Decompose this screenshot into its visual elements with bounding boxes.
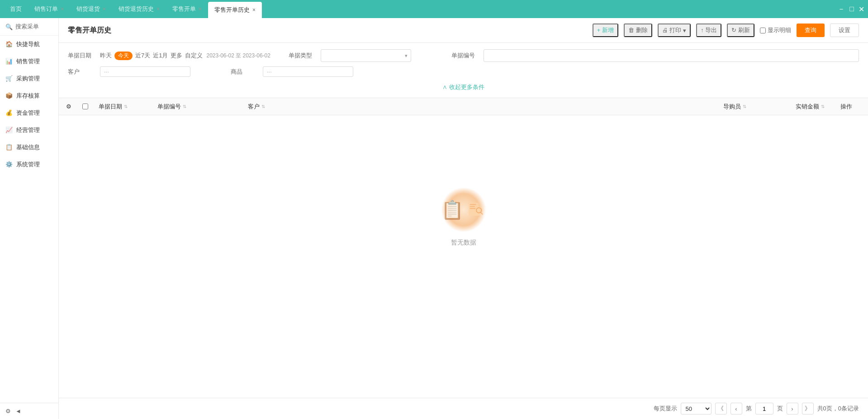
sidebar-search[interactable]: 🔍 搜索采单: [0, 18, 58, 36]
tab-sales-order[interactable]: 销售订单 ×: [28, 0, 70, 18]
date-opt-last7[interactable]: 近7天: [135, 52, 150, 60]
tab-bar: 首页 销售订单 × 销货退货 × 销货退货历史 × 零售开单 × 零售开单历史 …: [0, 0, 868, 18]
th-checkbox[interactable]: [79, 104, 95, 109]
th-customer[interactable]: 客户 ⇅: [244, 103, 720, 111]
collapse-more-btn[interactable]: ∧ 收起更多条件: [68, 81, 859, 93]
customer-placeholder: ···: [104, 68, 109, 75]
sidebar-collapse-icon[interactable]: ◄: [15, 408, 21, 414]
table-header: ⚙ 单据日期 ⇅ 单据编号 ⇅ 客户 ⇅ 导购员: [59, 98, 868, 115]
sidebar-item-finance[interactable]: 💰 资金管理: [0, 104, 58, 122]
tab-close-retail-open-history[interactable]: ×: [252, 7, 256, 13]
sidebar-item-basic-info[interactable]: 📋 基础信息: [0, 139, 58, 156]
content-area: 零售开单历史 + 新增 🗑 删除 🖨 打印 ▾ ↑ 导出 ↻ 刷新 显示明细 查…: [59, 18, 868, 419]
sidebar-item-operations[interactable]: 📈 经营管理: [0, 122, 58, 139]
svg-rect-2: [470, 204, 476, 205]
page-input[interactable]: [755, 403, 773, 414]
finance-icon: 💰: [5, 109, 13, 117]
date-label: 单据日期: [68, 52, 97, 60]
customer-input-wrap[interactable]: ···: [100, 66, 190, 77]
system-icon: ⚙️: [5, 161, 13, 168]
sidebar-item-quick-nav[interactable]: 🏠 快捷导航: [0, 36, 58, 53]
purchase-mgmt-icon: 🛒: [5, 75, 13, 82]
setting-button[interactable]: 设置: [830, 24, 859, 37]
svg-rect-4: [470, 208, 475, 209]
sales-mgmt-icon: 📊: [5, 58, 13, 65]
sort-date-icon[interactable]: ⇅: [124, 104, 128, 109]
filter-row-2: 客户 ··· 商品 ···: [68, 66, 859, 77]
minimize-icon[interactable]: －: [838, 5, 845, 14]
query-button[interactable]: 查询: [797, 24, 825, 37]
date-opt-today[interactable]: 今天: [114, 52, 133, 60]
display-toggle-checkbox[interactable]: [760, 28, 766, 33]
tab-close-sales-return-history[interactable]: ×: [157, 6, 160, 12]
total-info: 共0页，0条记录: [817, 405, 859, 413]
tab-sales-return[interactable]: 销货退货 ×: [70, 0, 112, 18]
th-action: 操作: [828, 103, 864, 111]
toolbar: + 新增 🗑 删除 🖨 打印 ▾ ↑ 导出 ↻ 刷新 显示明细 查询 设置: [593, 24, 859, 37]
sidebar-item-inventory[interactable]: 📦 库存核算: [0, 87, 58, 104]
search-icon: 🔍: [5, 24, 13, 30]
sort-customer-icon[interactable]: ⇅: [261, 104, 265, 109]
bill-type-label: 单据类型: [289, 52, 318, 60]
bill-no-input[interactable]: [484, 49, 859, 62]
display-toggle[interactable]: 显示明细: [760, 26, 791, 34]
tab-close-sales-order[interactable]: ×: [61, 6, 64, 12]
sidebar: 🔍 搜索采单 🏠 快捷导航 📊 销售管理 🛒 采购管理 📦 库存核算 💰 资金管…: [0, 18, 59, 419]
date-opt-more[interactable]: 更多: [171, 52, 182, 60]
next-page-icon: ›: [791, 405, 793, 412]
basic-info-icon: 📋: [5, 144, 13, 151]
svg-rect-3: [470, 206, 474, 207]
tab-retail-open-history[interactable]: 零售开单历史 ×: [208, 2, 262, 18]
page-header: 零售开单历史 + 新增 🗑 删除 🖨 打印 ▾ ↑ 导出 ↻ 刷新 显示明细 查…: [59, 18, 868, 43]
goods-input-wrap[interactable]: ···: [263, 66, 353, 77]
per-page-label: 每页显示: [654, 405, 677, 413]
page-label: 第: [746, 405, 752, 413]
delete-button[interactable]: 🗑 删除: [624, 24, 652, 37]
tab-sales-return-history[interactable]: 销货退货历史 ×: [112, 0, 166, 18]
bill-no-label: 单据编号: [451, 52, 481, 60]
tab-close-retail-open[interactable]: ×: [199, 6, 202, 12]
sidebar-item-system[interactable]: ⚙️ 系统管理: [0, 156, 58, 173]
sort-billno-icon[interactable]: ⇅: [183, 104, 186, 109]
customer-label: 客户: [68, 68, 97, 76]
prev-page-button[interactable]: ‹: [730, 403, 742, 414]
sort-amount-icon[interactable]: ⇅: [821, 104, 825, 109]
print-button[interactable]: 🖨 打印 ▾: [658, 24, 691, 37]
empty-icon: [441, 187, 486, 232]
bill-type-select-wrap: [321, 49, 411, 62]
next-page-button[interactable]: ›: [787, 403, 798, 414]
date-opt-custom[interactable]: 自定义: [185, 52, 203, 60]
pagination: 每页显示 50 10 20 100 《 ‹ 第 页 › 》 共0页，0条记录: [59, 398, 868, 419]
th-billno[interactable]: 单据编号 ⇅: [154, 103, 244, 111]
page-title: 零售开单历史: [68, 26, 111, 35]
per-page-select[interactable]: 50 10 20 100: [681, 403, 711, 414]
settings-icon[interactable]: ⚙: [66, 103, 71, 110]
export-button[interactable]: ↑ 导出: [696, 24, 721, 37]
th-settings[interactable]: ⚙: [62, 103, 79, 110]
refresh-button[interactable]: ↻ 刷新: [727, 24, 754, 37]
bill-type-select[interactable]: [321, 49, 411, 62]
tab-retail-open[interactable]: 零售开单 ×: [166, 0, 208, 18]
date-opt-yesterday[interactable]: 昨天: [100, 52, 112, 60]
th-guide[interactable]: 导购员 ⇅: [720, 103, 774, 111]
tab-close-sales-return[interactable]: ×: [103, 6, 106, 12]
th-amount[interactable]: 实销金额 ⇅: [774, 103, 828, 111]
main-layout: 🔍 搜索采单 🏠 快捷导航 📊 销售管理 🛒 采购管理 📦 库存核算 💰 资金管…: [0, 18, 868, 419]
close-icon[interactable]: ✕: [859, 5, 864, 14]
last-page-button[interactable]: 》: [802, 403, 814, 414]
sidebar-item-purchase-mgmt[interactable]: 🛒 采购管理: [0, 70, 58, 87]
maximize-icon[interactable]: □: [849, 5, 854, 13]
sort-guide-icon[interactable]: ⇅: [743, 104, 746, 109]
prev-page-icon: ‹: [735, 405, 737, 412]
date-opt-last1m[interactable]: 近1月: [153, 52, 168, 60]
add-button[interactable]: + 新增: [593, 24, 618, 37]
th-date[interactable]: 单据日期 ⇅: [95, 103, 154, 111]
sidebar-item-sales-mgmt[interactable]: 📊 销售管理: [0, 53, 58, 70]
sidebar-settings-icon[interactable]: ⚙: [5, 408, 11, 414]
sidebar-bottom: ⚙ ◄: [0, 403, 58, 419]
tab-home[interactable]: 首页: [4, 0, 28, 18]
first-page-button[interactable]: 《: [715, 403, 727, 414]
page-unit: 页: [777, 405, 783, 413]
last-page-icon: 》: [805, 405, 811, 413]
select-all-checkbox[interactable]: [82, 104, 88, 109]
